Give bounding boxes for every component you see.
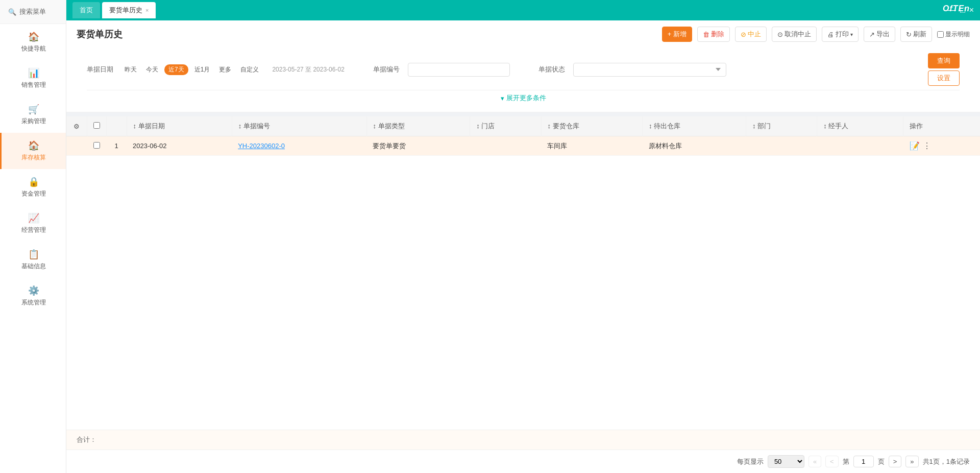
inventory-icon: 🏠 xyxy=(28,140,39,151)
tab-active[interactable]: 要货单历史 × xyxy=(102,2,156,18)
doc-number-input[interactable] xyxy=(408,63,510,77)
th-department[interactable]: ↕ 部门 xyxy=(746,116,817,136)
stop-button[interactable]: ⊘ 中止 xyxy=(735,27,767,42)
delete-button[interactable]: 🗑 删除 xyxy=(697,27,730,42)
sidebar-item-inventory[interactable]: 🏠 库存核算 xyxy=(0,133,66,169)
date-custom[interactable]: 自定义 xyxy=(237,64,262,75)
filter-area: 单据日期 昨天 今天 近7天 近1月 更多 自定义 2023-05-27 至 2… xyxy=(77,47,970,112)
cancel-stop-icon: ⊙ xyxy=(777,31,783,38)
last-page-btn[interactable]: » xyxy=(905,456,918,467)
tab-close-icon[interactable]: × xyxy=(145,7,149,13)
sidebar-item-sales[interactable]: 📊 销售管理 xyxy=(0,60,66,97)
th-type[interactable]: ↕ 单据类型 xyxy=(366,116,470,136)
sidebar-item-operations[interactable]: 📈 经营管理 xyxy=(0,205,66,242)
date-last-month[interactable]: 近1月 xyxy=(191,64,213,75)
date-shortcuts: 昨天 今天 近7天 近1月 更多 自定义 xyxy=(121,64,262,75)
brand-logo: OfTEn xyxy=(943,4,970,13)
status-label: 单据状态 xyxy=(538,65,565,74)
action-icons: 📝 ⋮ xyxy=(910,141,974,151)
table-area: ⚙ ↕ 单据日期 ↕ 单据编号 xyxy=(66,116,980,450)
show-detail-checkbox[interactable] xyxy=(937,31,944,38)
date-range-display: 2023-05-27 至 2023-06-02 xyxy=(272,65,344,74)
prev-page-btn[interactable]: < xyxy=(825,456,839,467)
export-button[interactable]: ↗ 导出 xyxy=(864,27,895,42)
delete-icon: 🗑 xyxy=(703,31,709,38)
table-header-row: ⚙ ↕ 单据日期 ↕ 单据编号 xyxy=(66,116,980,136)
date-yesterday[interactable]: 昨天 xyxy=(121,64,140,75)
expand-label: 展开更多条件 xyxy=(506,93,546,103)
doc-number-link[interactable]: YH-20230602-0 xyxy=(238,142,285,150)
purchase-icon: 🛒 xyxy=(28,104,39,115)
th-req-warehouse[interactable]: ↕ 要货仓库 xyxy=(541,116,643,136)
th-store[interactable]: ↕ 门店 xyxy=(470,116,541,136)
td-department xyxy=(746,136,817,156)
tab-home[interactable]: 首页 xyxy=(72,2,100,18)
show-detail-toggle[interactable]: 显示明细 xyxy=(937,30,970,39)
th-date[interactable]: ↕ 单据日期 xyxy=(127,116,232,136)
refresh-button[interactable]: ↻ 刷新 xyxy=(900,27,932,42)
sidebar-item-label: 基础信息 xyxy=(21,262,46,271)
th-settings[interactable]: ⚙ xyxy=(66,116,87,136)
next-page-btn[interactable]: > xyxy=(889,456,902,467)
table-footer: 合计： xyxy=(66,430,980,450)
cancel-stop-button[interactable]: ⊙ 取消中止 xyxy=(772,27,817,42)
expand-more-btn[interactable]: ▾ 展开更多条件 xyxy=(87,90,960,106)
table-container: ⚙ ↕ 单据日期 ↕ 单据编号 xyxy=(66,116,980,430)
toolbar: + 新增 🗑 删除 ⊘ 中止 ⊙ 取消中止 🖨 打 xyxy=(662,27,970,42)
page-suffix: 页 xyxy=(878,457,885,466)
td-type: 要货单要货 xyxy=(366,136,470,156)
page-title: 要货单历史 xyxy=(77,28,122,40)
td-checkbox xyxy=(87,136,106,156)
query-button[interactable]: 查询 xyxy=(928,53,960,68)
sidebar-item-finance[interactable]: 🔒 资金管理 xyxy=(0,169,66,205)
th-num xyxy=(106,116,127,136)
select-all-checkbox[interactable] xyxy=(93,122,100,129)
tab-home-label: 首页 xyxy=(80,6,93,15)
tab-active-label: 要货单历史 xyxy=(109,6,142,15)
sidebar-search[interactable]: 🔍 搜索菜单 xyxy=(0,0,66,24)
data-table: ⚙ ↕ 单据日期 ↕ 单据编号 xyxy=(66,116,980,156)
pagination-bar: 每页显示 20 50 100 « < 第 页 > » 共1页，1条记录 xyxy=(66,450,980,473)
sidebar-item-label: 系统管理 xyxy=(21,298,46,307)
per-page-label: 每页显示 xyxy=(737,457,764,466)
edit-icon[interactable]: 📝 xyxy=(910,141,920,151)
td-actions: 📝 ⋮ xyxy=(903,136,980,156)
sidebar-item-basic-info[interactable]: 📋 基础信息 xyxy=(0,242,66,278)
print-button[interactable]: 🖨 打印 ▾ xyxy=(822,27,859,42)
page-title-row: 要货单历史 + 新增 🗑 删除 ⊘ 中止 ⊙ 取消中止 xyxy=(77,27,970,42)
sidebar-item-label: 快捷导航 xyxy=(21,44,46,53)
page-header: 要货单历史 + 新增 🗑 删除 ⊘ 中止 ⊙ 取消中止 xyxy=(66,20,980,112)
home-icon: 🏠 xyxy=(28,31,39,42)
refresh-icon: ↻ xyxy=(906,31,912,38)
first-page-btn[interactable]: « xyxy=(808,456,821,467)
status-select[interactable] xyxy=(573,63,726,77)
td-req-warehouse: 车间库 xyxy=(541,136,643,156)
sidebar-item-quick-nav[interactable]: 🏠 快捷导航 xyxy=(0,24,66,60)
topbar: 首页 要货单历史 × — □ × OfTEn xyxy=(66,0,980,20)
more-icon[interactable]: ⋮ xyxy=(923,141,931,151)
new-button[interactable]: + 新增 xyxy=(662,27,692,42)
settings-button[interactable]: 设置 xyxy=(928,70,960,86)
sidebar-item-label: 库存核算 xyxy=(21,153,46,162)
date-last7[interactable]: 近7天 xyxy=(164,64,188,75)
per-page-select[interactable]: 20 50 100 xyxy=(768,455,804,468)
sidebar-item-purchase[interactable]: 🛒 采购管理 xyxy=(0,97,66,133)
td-num: 1 xyxy=(106,136,127,156)
sidebar-item-system[interactable]: ⚙️ 系统管理 xyxy=(0,278,66,314)
window-close[interactable]: × xyxy=(969,6,974,15)
search-icon: 🔍 xyxy=(8,8,16,16)
table-body: 1 2023-06-02 YH-20230602-0 要货单要货 车间库 原材料… xyxy=(66,136,980,156)
td-settings xyxy=(66,136,87,156)
page-number-input[interactable] xyxy=(853,456,874,467)
sidebar: 🔍 搜索菜单 🏠 快捷导航 📊 销售管理 🛒 采购管理 🏠 库存核算 🔒 资金管… xyxy=(0,0,66,473)
date-today[interactable]: 今天 xyxy=(143,64,161,75)
th-number[interactable]: ↕ 单据编号 xyxy=(232,116,366,136)
operations-icon: 📈 xyxy=(28,212,39,224)
th-handler[interactable]: ↕ 经手人 xyxy=(817,116,903,136)
th-pending-warehouse[interactable]: ↕ 待出仓库 xyxy=(643,116,746,136)
date-more[interactable]: 更多 xyxy=(216,64,234,75)
td-date: 2023-06-02 xyxy=(127,136,232,156)
footer-total-label: 合计： xyxy=(77,436,96,443)
row-checkbox-0[interactable] xyxy=(93,142,100,149)
td-store xyxy=(470,136,541,156)
